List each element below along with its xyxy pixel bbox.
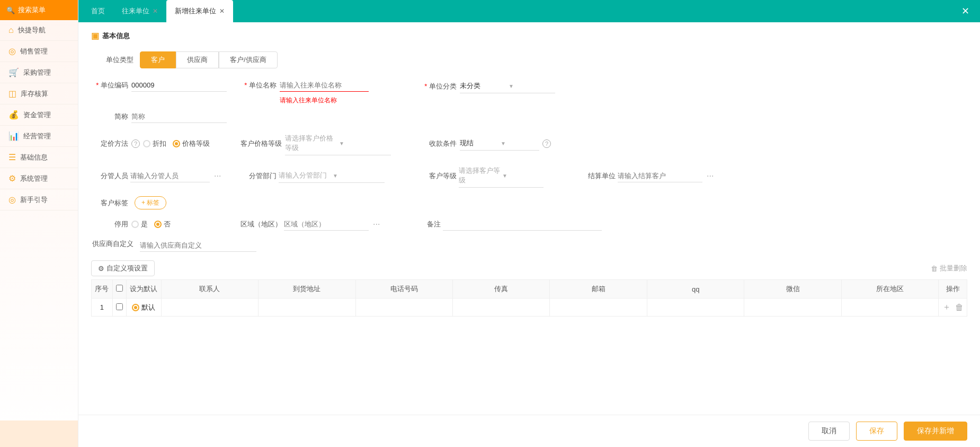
cell-email[interactable] bbox=[550, 299, 647, 317]
payment-terms-select[interactable]: 现结 ▼ bbox=[460, 136, 539, 151]
payment-help-icon[interactable]: ? bbox=[542, 139, 551, 148]
batch-delete-icon: 🗑 bbox=[931, 265, 938, 273]
form-footer: 取消 保存 保存并新增 bbox=[78, 415, 980, 447]
th-contact: 联系人 bbox=[161, 280, 258, 299]
sidebar-item-sales[interactable]: ◎ 销售管理 bbox=[0, 41, 78, 62]
th-fax: 传真 bbox=[453, 280, 550, 299]
unit-type-label: 单位类型 bbox=[91, 55, 133, 65]
inventory-icon: ◫ bbox=[8, 89, 16, 99]
department-select[interactable]: 请输入分管部门 ▼ bbox=[279, 169, 385, 183]
add-tag-btn[interactable]: + 标签 bbox=[135, 196, 166, 209]
table-toolbar: ⚙ 自定义项设置 🗑 批量删除 bbox=[91, 260, 967, 276]
customer-level-select[interactable]: 请选择客户等级 ▼ bbox=[459, 164, 544, 188]
customer-price-level-field: 客户价格等级 请选择客户价格等级 ▼ bbox=[239, 132, 420, 155]
region-more-btn[interactable]: ··· bbox=[373, 220, 380, 229]
section-title-basic-info: ▣ 基本信息 bbox=[91, 31, 967, 41]
sidebar-item-purchase[interactable]: 🛒 采购管理 bbox=[0, 62, 78, 83]
select-all-checkbox[interactable] bbox=[116, 285, 123, 292]
close-transactions-tab[interactable]: ✕ bbox=[153, 7, 158, 15]
unit-code-field: 单位编码 bbox=[91, 79, 239, 92]
unit-type-supplier[interactable]: 供应商 bbox=[176, 51, 219, 68]
sidebar-item-finance[interactable]: 💰 资金管理 bbox=[0, 104, 78, 126]
cell-phone[interactable] bbox=[355, 299, 452, 317]
fax-input[interactable] bbox=[456, 303, 546, 311]
sidebar-item-system[interactable]: ⚙ 系统管理 bbox=[0, 168, 78, 189]
address-input[interactable] bbox=[262, 303, 352, 311]
delete-row-btn[interactable]: 🗑 bbox=[955, 303, 964, 312]
sales-icon: ◎ bbox=[8, 46, 16, 56]
customer-level-label: 客户等级 bbox=[420, 171, 457, 181]
settlement-unit-input[interactable] bbox=[618, 170, 702, 182]
default-radio[interactable] bbox=[132, 304, 139, 311]
disabled-no-radio bbox=[154, 221, 162, 228]
batch-delete-btn[interactable]: 🗑 批量删除 bbox=[931, 264, 967, 273]
cancel-button[interactable]: 取消 bbox=[808, 422, 850, 441]
qq-input[interactable] bbox=[651, 303, 741, 311]
category-arrow-icon: ▼ bbox=[509, 83, 555, 89]
unit-category-select[interactable]: 未分类 ▼ bbox=[460, 79, 555, 93]
table-row: 1 默认 bbox=[92, 299, 967, 317]
phone-input[interactable] bbox=[359, 303, 449, 311]
table-header-row: 序号 设为默认 联系人 到货地址 电话号码 传真 邮箱 qq 微信 所在地区 操… bbox=[92, 280, 967, 299]
cell-contact[interactable] bbox=[161, 299, 258, 317]
region-input[interactable] bbox=[284, 218, 369, 231]
region-label: 区域（地区） bbox=[239, 220, 282, 229]
region-input-table[interactable] bbox=[845, 303, 935, 311]
cell-address[interactable] bbox=[259, 299, 355, 317]
contact-input[interactable] bbox=[165, 303, 255, 311]
wechat-input[interactable] bbox=[747, 303, 838, 311]
tab-transactions[interactable]: 往来单位 ✕ bbox=[113, 0, 166, 22]
tab-new-transaction[interactable]: 新增往来单位 ✕ bbox=[166, 0, 233, 22]
supplier-custom-label: 供应商自定义 bbox=[91, 239, 133, 249]
short-name-field: 简称 bbox=[91, 110, 239, 123]
cell-region[interactable] bbox=[841, 299, 938, 317]
pricing-discount-option[interactable]: 折扣 bbox=[143, 139, 166, 148]
cell-wechat[interactable] bbox=[744, 299, 841, 317]
purchase-icon: 🛒 bbox=[8, 67, 19, 77]
short-name-row: 简称 bbox=[91, 110, 967, 123]
disabled-region-row: 停用 是 否 区域（地区） ··· bbox=[91, 218, 967, 231]
sidebar-item-inventory[interactable]: ◫ 库存核算 bbox=[0, 83, 78, 104]
manager-more-btn[interactable]: ··· bbox=[214, 171, 221, 181]
sidebar-item-basic-info[interactable]: ☰ 基础信息 bbox=[0, 147, 78, 168]
pricing-level-option[interactable]: 价格等级 bbox=[173, 139, 210, 148]
pricing-discount-radio bbox=[143, 140, 150, 147]
unit-type-customer[interactable]: 客户 bbox=[140, 51, 176, 68]
remark-input[interactable] bbox=[443, 218, 602, 231]
short-name-input[interactable] bbox=[131, 110, 227, 123]
form-area: ▣ 基本信息 单位类型 客户 供应商 客户/供应商 单位编码 单位名称 bbox=[78, 22, 980, 415]
customer-price-level-select[interactable]: 请选择客户价格等级 ▼ bbox=[285, 132, 391, 155]
sidebar-item-quick-nav[interactable]: ⌂ 快捷导航 bbox=[0, 20, 78, 41]
custom-settings-btn[interactable]: ⚙ 自定义项设置 bbox=[91, 260, 155, 276]
customer-tag-label: 客户标签 bbox=[91, 198, 128, 208]
unit-code-input[interactable] bbox=[131, 79, 227, 92]
pricing-help-icon[interactable]: ? bbox=[131, 139, 140, 148]
manager-input[interactable] bbox=[130, 170, 210, 182]
region-field: 区域（地区） ··· bbox=[239, 218, 420, 231]
cell-fax[interactable] bbox=[453, 299, 550, 317]
supplier-custom-input[interactable] bbox=[140, 239, 256, 252]
save-new-button[interactable]: 保存并新增 bbox=[904, 422, 967, 441]
pricing-radio-group: 折扣 价格等级 bbox=[143, 139, 210, 148]
email-input[interactable] bbox=[553, 303, 643, 311]
disabled-no-option[interactable]: 否 bbox=[154, 220, 171, 229]
disabled-yes-option[interactable]: 是 bbox=[131, 220, 148, 229]
cell-checkbox[interactable] bbox=[112, 299, 126, 317]
tab-home[interactable]: 首页 bbox=[83, 0, 113, 22]
sidebar-item-operations[interactable]: 📊 经营管理 bbox=[0, 126, 78, 147]
settlement-more-btn[interactable]: ··· bbox=[707, 171, 714, 181]
add-row-btn[interactable]: ＋ bbox=[942, 302, 951, 313]
cell-qq[interactable] bbox=[647, 299, 744, 317]
unit-name-input[interactable] bbox=[280, 79, 369, 92]
sidebar-item-guide[interactable]: ◎ 新手引导 bbox=[0, 189, 78, 211]
sidebar-search[interactable]: 🔍 搜索菜单 bbox=[0, 0, 78, 20]
basic-info-icon: ☰ bbox=[8, 152, 16, 162]
payment-terms-field: 收款条件 现结 ▼ ? bbox=[420, 136, 578, 151]
close-new-transaction-tab[interactable]: ✕ bbox=[219, 7, 225, 15]
save-button[interactable]: 保存 bbox=[856, 422, 897, 441]
window-close-btn[interactable]: ✕ bbox=[955, 5, 976, 17]
th-address: 到货地址 bbox=[259, 280, 355, 299]
unit-type-both[interactable]: 客户/供应商 bbox=[219, 51, 278, 68]
th-checkbox[interactable] bbox=[112, 280, 126, 299]
row-checkbox[interactable] bbox=[116, 303, 123, 310]
